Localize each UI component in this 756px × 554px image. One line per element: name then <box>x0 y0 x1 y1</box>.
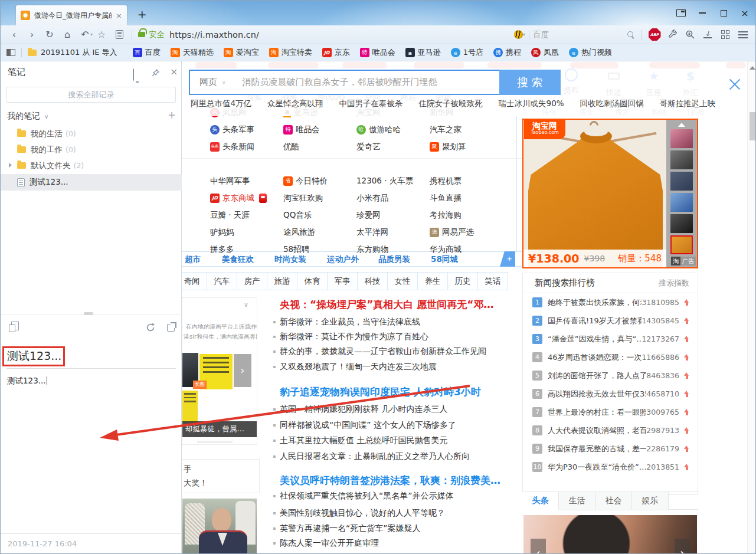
taobao-ad[interactable]: 淘宝网 Taobao.com ¥138.00 ¥398 销量：548 淘 广告 <box>522 119 698 268</box>
news-tab[interactable]: 科技 <box>358 272 388 290</box>
news-tab[interactable]: 体育 <box>297 272 328 290</box>
favorite-star-icon[interactable]: ☆ <box>93 27 110 42</box>
back-icon[interactable]: ‹ <box>5 27 23 42</box>
maximize-button[interactable] <box>715 5 732 21</box>
quick-link[interactable]: 超市 <box>185 254 201 265</box>
site-link[interactable]: 聚聚划算 <box>430 138 503 155</box>
tab-toutiao[interactable]: 头条 <box>522 492 559 510</box>
search-input-placeholder[interactable]: 消防员凌晨破门救自杀女子，邻居被吵醒开门埋怨 <box>243 77 437 88</box>
headline-item[interactable]: 美国性别歧视触目惊心，说好的人人平等呢？ <box>280 508 445 519</box>
headline-title[interactable]: 美议员呼吁特朗普签涉港法案，耿爽：别浪费美… <box>280 474 500 487</box>
reload-icon[interactable]: ↻ <box>41 27 58 42</box>
site-link[interactable]: 东方购物 <box>356 241 430 258</box>
scrollbar-thumb[interactable] <box>750 112 755 140</box>
window-close-button[interactable]: × <box>737 5 753 21</box>
ad-thumb[interactable] <box>670 172 693 191</box>
carousel-next-icon[interactable]: › <box>234 354 251 387</box>
site-link[interactable]: 省今日特价 <box>283 172 356 189</box>
bookmark-item[interactable]: 特唯品会 <box>360 47 395 58</box>
site-link[interactable]: 华为商城 <box>430 241 503 258</box>
ranking-item[interactable]: 3“潘金莲”因戏生情，真与“…12173267 <box>523 330 698 348</box>
bookmark-item[interactable]: a亚马逊 <box>405 47 441 58</box>
headline-item[interactable]: 陈杰人案一审公开开庭审理 <box>280 538 379 549</box>
news-tab[interactable]: 女性 <box>388 272 418 290</box>
headline-item[interactable]: 群众的事，拨拨就灵——辽宁省鞍山市创新群众工作见闻 <box>280 346 486 357</box>
site-link[interactable]: 中华网军事 <box>210 172 283 189</box>
splitter-handle[interactable] <box>84 312 93 315</box>
headline-item[interactable]: 土耳其里拉大幅贬值 土总统呼吁国民抛售美元 <box>280 435 447 446</box>
ranking-item[interactable]: 5刘涛的面馆开张了，路人点了…8463836 <box>523 366 698 385</box>
ranking-item[interactable]: 1她终于被轰出快乐家族，何老…31810985 <box>523 293 698 312</box>
bookmark-item[interactable]: 百百度 <box>133 47 161 58</box>
news-tab[interactable]: 房产 <box>237 272 267 290</box>
feed-thumbnail[interactable] <box>182 391 198 422</box>
hot-link[interactable]: 回收吃剩汤圆回锅 <box>580 99 644 109</box>
tab-entertainment[interactable]: 娱乐 <box>632 492 669 510</box>
chevron-down-icon[interactable]: ∨ <box>244 301 248 309</box>
site-link[interactable]: 选网易严选 <box>430 224 503 241</box>
hot-link[interactable]: 阿里总市值4万亿 <box>191 99 251 109</box>
site-link[interactable]: 考拉海购 <box>430 206 503 224</box>
page-scrollbar[interactable] <box>747 61 756 554</box>
bookmark-item[interactable]: e1号店 <box>451 47 483 58</box>
main-menu-icon[interactable] <box>734 27 752 42</box>
wrench-icon[interactable] <box>663 27 681 42</box>
adblock-plus-icon[interactable]: ABP <box>646 27 663 42</box>
notes-search-input[interactable]: 搜索全部记录 <box>6 87 176 103</box>
headline-item[interactable]: 人民日报署名文章：止暴制乱的正义之举乃人心所向 <box>280 451 470 462</box>
reading-list-icon[interactable] <box>110 27 128 42</box>
ranking-item[interactable]: 446岁周迅首谈婚恋观：一次离…11665886 <box>523 348 698 366</box>
hot-link[interactable]: 众星悼念高以翔 <box>267 99 323 109</box>
open-external-icon[interactable] <box>167 324 175 332</box>
minimize-button[interactable] <box>694 5 711 21</box>
ranking-item[interactable]: 6高以翔因抢救无效去世年仅35…4658710 <box>523 385 698 403</box>
site-link[interactable]: 优酷 <box>283 138 356 155</box>
site-link[interactable]: 12306 · 火车票 <box>356 172 430 189</box>
bookmark-item[interactable]: JD京东 <box>322 47 350 58</box>
forward-icon[interactable]: › <box>23 27 41 42</box>
headline-item[interactable]: 新华微评：企业裁员，当守住法律底线 <box>280 317 420 327</box>
site-link[interactable]: 太平洋网 <box>356 224 430 241</box>
note-body-field[interactable]: 测试123... <box>7 376 47 386</box>
hot-link[interactable]: 中国男子在泰被杀 <box>339 99 403 109</box>
bookmark-item[interactable]: 携携程 <box>493 47 521 58</box>
url-text[interactable]: https://i.maxthon.cn/ <box>169 30 259 40</box>
headline-item[interactable]: 又双叒叕地震了！缅甸一天内连发三次地震 <box>280 362 437 372</box>
overlay-close-icon[interactable] <box>728 77 742 91</box>
hot-link[interactable]: 哥斯拉推迟上映 <box>660 99 716 109</box>
ad-thumb[interactable] <box>670 129 693 148</box>
folder-item-default[interactable]: 默认文件夹 (2) <box>1 158 182 173</box>
ranking-item[interactable]: 8人大代表提议取消驾照，老百…2987913 <box>523 421 698 440</box>
site-link[interactable]: 携程机票 <box>430 172 503 189</box>
site-link[interactable]: 豆瓣 · 天涯 <box>210 206 283 224</box>
new-tab-button[interactable]: ＋ <box>135 5 149 24</box>
site-link[interactable]: 拼多多 <box>210 241 283 258</box>
site-link[interactable]: 途风旅游 <box>283 224 356 241</box>
feed-card[interactable]: ∨ 在内地的漫画平台上连载作 港sir和何生，满内地漫画界以后 › 长图 却挺暴… <box>182 297 257 445</box>
add-note-button[interactable]: ＋ <box>166 107 178 123</box>
panel-close-icon[interactable]: × <box>170 66 178 77</box>
browser-tab[interactable]: 傲游今日_傲游用户专属的 × <box>16 5 127 25</box>
headline-item[interactable]: 英国一精神病嫌犯刚刚获释 几小时内连杀三人 <box>280 404 447 415</box>
site-link[interactable]: 小米有品 <box>356 189 430 206</box>
promo-box[interactable]: 手 大奖！ <box>182 459 260 493</box>
scroll-up-icon[interactable] <box>750 66 755 70</box>
feed-caption[interactable]: 却挺暴徒，曾属… <box>182 421 257 437</box>
pin-icon[interactable] <box>152 68 159 79</box>
hot-link[interactable]: 住院女子被殴致死 <box>419 99 483 109</box>
resource-sniffer-icon[interactable] <box>681 27 699 42</box>
search-button[interactable]: 搜索 <box>499 70 561 95</box>
strip-up-icon[interactable] <box>678 123 685 127</box>
ranking-item[interactable]: 10华为P30一夜跌至“清仓价”…2013851 <box>523 458 698 476</box>
site-link[interactable]: 哈傲游哈哈 <box>356 121 430 138</box>
bookmark-item[interactable]: 淘淘宝特卖 <box>269 47 312 58</box>
site-link[interactable]: 爱奇艺 <box>356 138 430 155</box>
ad-image[interactable] <box>523 120 666 267</box>
news-tab[interactable]: 军事 <box>328 272 358 290</box>
hot-link[interactable]: 瑞士冰川或失90% <box>499 99 564 109</box>
quick-search-box[interactable]: ▾ 百度 <box>510 28 638 42</box>
folder-item-work[interactable]: 我的工作 (0) <box>1 142 182 158</box>
carousel-prev-icon[interactable]: ‹ <box>531 539 546 554</box>
headline-item[interactable]: 英警方再逮捕一名“死亡货车”案嫌疑人 <box>280 523 421 534</box>
headline-item[interactable]: 同样都被说成“中国间谍” 这个女人的下场惨多了 <box>280 420 456 431</box>
